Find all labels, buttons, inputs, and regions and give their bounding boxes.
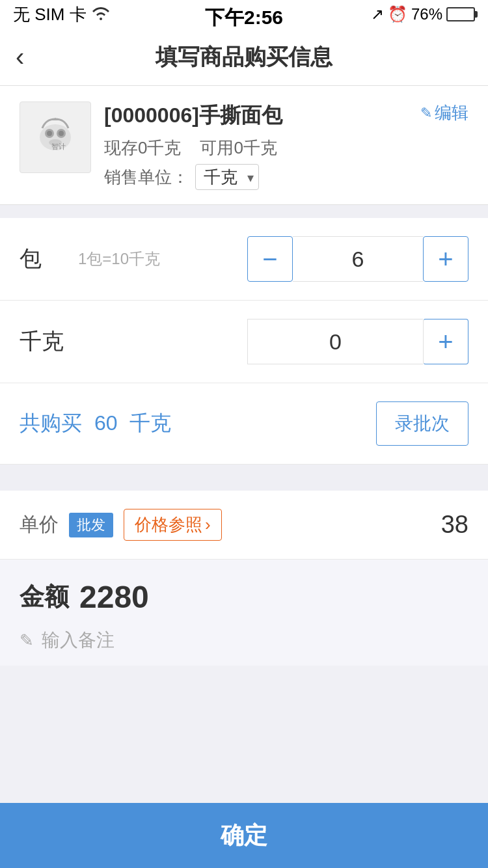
pack-quantity-row: 包 1包=10千克 − + [0, 218, 488, 301]
price-ref-arrow: › [205, 515, 211, 535]
page-title: 填写商品购买信息 [156, 42, 332, 72]
svg-point-4 [59, 131, 64, 136]
status-bar: 无 SIM 卡 下午2:56 ↗ ⏰ 76% [0, 0, 488, 29]
battery-text: 76% [411, 5, 442, 23]
price-section: 单价 批发 价格参照 › 38 [0, 491, 488, 560]
unit-select-wrapper[interactable]: 千克 [195, 166, 259, 189]
section-divider-2 [0, 465, 488, 478]
battery-icon [446, 7, 475, 21]
remark-placeholder: 输入备注 [42, 628, 115, 653]
alarm-icon: ⏰ [388, 5, 407, 23]
pack-quantity-input[interactable] [293, 236, 423, 282]
nav-bar: ‹ 填写商品购买信息 [0, 29, 488, 86]
kg-plus-button[interactable]: + [423, 319, 468, 364]
section-divider-1 [0, 205, 488, 218]
location-icon: ↗ [371, 5, 384, 23]
product-info: [0000006]手撕面包 ✎ 编辑 现存0千克 可用0千克 销售单位： 千克 [104, 102, 468, 189]
pencil-icon: ✎ [20, 631, 34, 651]
svg-point-3 [47, 131, 52, 136]
product-name: [0000006]手撕面包 [104, 102, 420, 130]
carrier-text: 无 SIM 卡 [13, 3, 87, 26]
pack-label: 包 [20, 244, 72, 274]
record-batch-button[interactable]: 录批次 [376, 401, 468, 446]
kg-controls: + [247, 319, 468, 364]
summary-amount: 60 [94, 411, 118, 435]
edit-icon: ✎ [420, 105, 432, 122]
pack-controls: − + [247, 236, 468, 282]
unit-select[interactable]: 千克 [195, 164, 259, 190]
confirm-button[interactable]: 确定 [0, 803, 488, 868]
remark-row[interactable]: ✎ 输入备注 [20, 628, 468, 653]
product-image: 智计 [20, 102, 91, 173]
edit-button[interactable]: ✎ 编辑 [420, 102, 468, 124]
svg-text:智计: 智计 [51, 142, 66, 150]
product-card: 智计 [0000006]手撕面包 ✎ 编辑 现存0千克 可用0千克 销售单位： … [0, 86, 488, 205]
summary-row: 共购买 60 千克 录批次 [0, 383, 488, 465]
pack-minus-button[interactable]: − [247, 236, 293, 282]
amount-value: 2280 [79, 579, 149, 615]
price-ref-button[interactable]: 价格参照 › [124, 509, 222, 541]
status-right: ↗ ⏰ 76% [371, 5, 475, 23]
product-logo: 智计 [36, 116, 75, 158]
unit-row: 销售单位： 千克 [104, 166, 468, 189]
amount-row: 金额 2280 [20, 579, 468, 615]
kg-label: 千克 [20, 327, 72, 357]
wifi-icon [92, 5, 110, 25]
price-label: 单价 [20, 511, 59, 538]
back-button[interactable]: ‹ [16, 42, 24, 72]
amount-section: 金额 2280 ✎ 输入备注 [0, 560, 488, 666]
price-type-tag: 批发 [69, 513, 113, 537]
status-time: 下午2:56 [205, 5, 283, 31]
pack-plus-button[interactable]: + [423, 236, 468, 282]
stock-info: 现存0千克 可用0千克 [104, 137, 468, 159]
price-value: 38 [441, 511, 468, 539]
quantity-section: 包 1包=10千克 − + 千克 + 共购买 60 千克 录批次 [0, 218, 488, 465]
kg-quantity-input[interactable] [247, 319, 423, 364]
amount-label: 金额 [20, 580, 69, 614]
summary-text: 共购买 60 千克 [20, 409, 171, 438]
status-carrier: 无 SIM 卡 [13, 3, 110, 26]
kg-quantity-row: 千克 + [0, 301, 488, 383]
pack-hint: 1包=10千克 [78, 249, 247, 269]
